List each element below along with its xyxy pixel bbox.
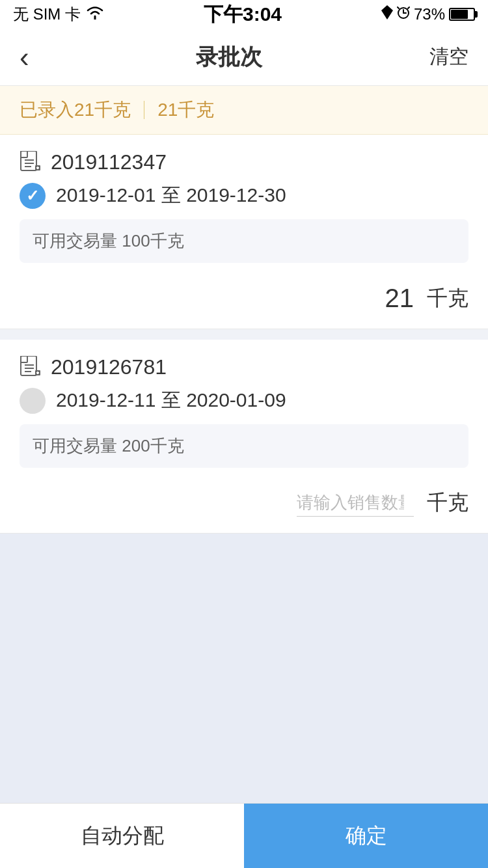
batch-header-1: 2019112347 bbox=[0, 135, 488, 180]
quantity-input-2[interactable] bbox=[297, 489, 414, 517]
radio-selected-1[interactable]: ✓ bbox=[20, 183, 46, 209]
batch-date-row-1[interactable]: ✓ 2019-12-01 至 2019-12-30 bbox=[0, 180, 488, 219]
bottom-bar: 自动分配 确定 bbox=[0, 803, 488, 868]
auto-distribute-button[interactable]: 自动分配 bbox=[0, 804, 244, 868]
status-time: 下午3:04 bbox=[204, 1, 282, 28]
batch-doc-icon-1 bbox=[20, 151, 43, 174]
clear-button[interactable]: 清空 bbox=[429, 44, 468, 70]
back-button[interactable]: ‹ bbox=[20, 41, 29, 74]
wifi-icon bbox=[86, 5, 104, 23]
summary-banner: 已录入21千克 21千克 bbox=[0, 86, 488, 135]
input-row-1: 21 千克 bbox=[0, 273, 488, 329]
summary-divider bbox=[144, 101, 144, 119]
content-area: 2019112347 ✓ 2019-12-01 至 2019-12-30 可用交… bbox=[0, 135, 488, 859]
batch-available-2: 可用交易量 200千克 bbox=[20, 424, 468, 468]
svg-line-4 bbox=[408, 7, 409, 8]
unit-label-2: 千克 bbox=[427, 489, 468, 517]
battery-icon bbox=[449, 8, 475, 21]
status-bar: 无 SIM 卡 下午3:04 73% bbox=[0, 0, 488, 29]
batch-date-row-2[interactable]: 2019-12-11 至 2020-01-09 bbox=[0, 385, 488, 424]
batch-date-1: 2019-12-01 至 2019-12-30 bbox=[56, 182, 286, 209]
radio-unselected-2[interactable] bbox=[20, 388, 46, 414]
confirm-button[interactable]: 确定 bbox=[244, 804, 488, 868]
input-row-2: 千克 bbox=[0, 478, 488, 534]
status-right: 73% bbox=[381, 5, 475, 23]
carrier-label: 无 SIM 卡 bbox=[13, 4, 81, 25]
batch-id-1: 2019112347 bbox=[51, 150, 167, 174]
quantity-value-1: 21 bbox=[385, 284, 414, 313]
svg-line-3 bbox=[398, 7, 399, 8]
location-icon bbox=[381, 5, 393, 23]
checkmark-1: ✓ bbox=[26, 187, 39, 205]
card-divider bbox=[0, 329, 488, 340]
svg-rect-14 bbox=[21, 356, 27, 362]
batch-card-2: 2019126781 2019-12-11 至 2020-01-09 可用交易量… bbox=[0, 340, 488, 534]
battery-percent: 73% bbox=[414, 5, 445, 23]
batch-header-2: 2019126781 bbox=[0, 340, 488, 385]
batch-doc-icon-2 bbox=[20, 356, 43, 379]
svg-rect-6 bbox=[21, 151, 27, 157]
batch-id-2: 2019126781 bbox=[51, 355, 167, 379]
batch-date-2: 2019-12-11 至 2020-01-09 bbox=[56, 387, 286, 414]
nav-bar: ‹ 录批次 清空 bbox=[0, 29, 488, 86]
batch-card-1: 2019112347 ✓ 2019-12-01 至 2019-12-30 可用交… bbox=[0, 135, 488, 329]
recorded-label: 已录入21千克 bbox=[20, 98, 131, 122]
total-label: 21千克 bbox=[157, 98, 214, 122]
batch-available-1: 可用交易量 100千克 bbox=[20, 219, 468, 263]
status-left: 无 SIM 卡 bbox=[13, 4, 104, 25]
alarm-icon bbox=[397, 5, 410, 23]
unit-label-1: 千克 bbox=[427, 284, 468, 313]
page-title: 录批次 bbox=[196, 42, 262, 72]
